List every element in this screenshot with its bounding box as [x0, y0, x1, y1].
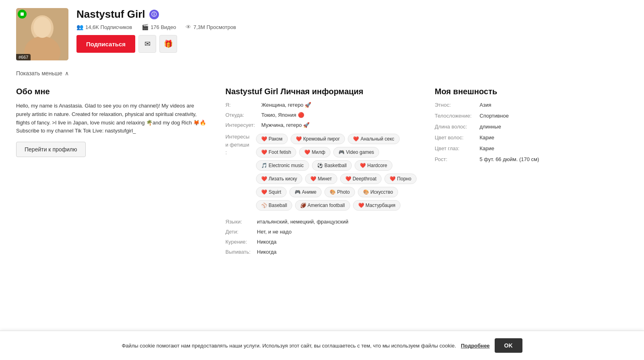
- interest-tag: ❤️ Кремовый пирог: [291, 134, 345, 144]
- extra-field-value: Нет, и не надо: [257, 229, 419, 235]
- interest-tag: ❤️ Лизать киску: [256, 174, 302, 184]
- show-less-toggle[interactable]: Показать меньше ∧: [0, 68, 644, 83]
- interest-tag: 🎨 Photo: [324, 187, 355, 197]
- svg-point-3: [33, 17, 51, 38]
- personal-field-value: Мужчина, гетеро 🚀: [261, 122, 419, 128]
- extra-field-value: Никогда: [257, 239, 419, 245]
- appearance-field-label: Цвет волос:: [435, 134, 472, 141]
- appearance-field-value: Карие: [480, 134, 628, 141]
- appearance-field-label: Этнос:: [435, 102, 472, 108]
- interest-tag: ❤️ Foot fetish: [256, 147, 296, 157]
- interest-tag: 🎮 Video games: [333, 147, 379, 157]
- appearance-field-value: Карие: [480, 145, 628, 151]
- about-text: Hello, my name is Anastasia. Glad to see…: [16, 102, 209, 135]
- show-less-label: Показать меньше: [16, 70, 62, 77]
- live-badge: [18, 10, 27, 19]
- views-value: 7,3М Просмотров: [193, 24, 236, 30]
- extra-field-label: Выпивать:: [225, 249, 250, 255]
- appearance-field-value: Спортивное: [480, 113, 628, 119]
- personal-field-label: Интересует:: [225, 122, 255, 128]
- interest-tag: ⚾ Baseball: [256, 200, 292, 211]
- interest-tag: 🎮 Аниме: [289, 187, 322, 197]
- personal-field-label: Я:: [225, 102, 255, 108]
- about-section: Обо мне Hello, my name is Anastasia. Gla…: [16, 87, 209, 211]
- interests-row: Интересыи фетиши : ❤️ Раком❤️ Кремовый п…: [225, 133, 419, 211]
- profile-name: Nastystuf Girl: [76, 8, 145, 21]
- verified-icon: ⓘ: [149, 10, 159, 19]
- gift-button[interactable]: 🎁: [159, 35, 177, 53]
- subscribers-stat: 👥 14,6K Подписчиков: [76, 24, 132, 30]
- appearance-field-value: длинные: [480, 124, 628, 130]
- interests-label: Интересыи фетиши :: [225, 133, 250, 157]
- appearance-field-label: Телосложение:: [435, 113, 472, 119]
- appearance-field-value: Азия: [480, 102, 628, 108]
- appearance-table: Этнос:АзияТелосложение:СпортивноеДлина в…: [435, 102, 628, 162]
- subscribe-button[interactable]: Подписаться: [76, 35, 135, 53]
- interest-tag: ❤️ Порно: [384, 174, 417, 184]
- tags-container: ❤️ Раком❤️ Кремовый пирог❤️ Анальный сек…: [256, 134, 419, 211]
- extra-field-value: итальянский, немецкий, французский: [257, 219, 419, 225]
- extra-field-label: Дети:: [225, 229, 250, 235]
- svg-rect-4: [21, 12, 24, 16]
- personal-info-table: Я:Женщина, гетеро 🚀Откуда:Токио, Япония …: [225, 102, 419, 128]
- personal-section: Nastystuf Girl Личная информация Я:Женщи…: [225, 87, 419, 211]
- avatar-wrap: #667: [16, 8, 68, 60]
- appearance-field-value: 5 фут. 66 дюйм. (170 см): [480, 156, 628, 162]
- interest-tag: 🏈 American football: [295, 200, 350, 211]
- about-title: Обо мне: [16, 87, 209, 96]
- personal-field-value: Женщина, гетеро 🚀: [261, 102, 419, 108]
- extra-field-value: Никогда: [257, 249, 419, 255]
- interest-tag: ❤️ Мастурбация: [353, 200, 401, 211]
- extra-grid: Языки:итальянский, немецкий, французский…: [16, 219, 628, 255]
- interest-tag: ❤️ Hardcore: [355, 160, 392, 171]
- subscribers-icon: 👥: [76, 24, 83, 30]
- rank-badge: #667: [16, 54, 31, 60]
- subscribers-value: 14,6K Подписчиков: [85, 24, 132, 30]
- interest-tag: 🎵 Electronic music: [256, 160, 309, 171]
- main-content: Обо мне Hello, my name is Anastasia. Gla…: [0, 83, 644, 219]
- videos-icon: 🎬: [142, 24, 149, 30]
- interest-tag: 🎨 Искусство: [358, 187, 398, 197]
- interest-tag: ❤️ Deepthroat: [340, 174, 382, 184]
- interest-tag: ❤️ Squirt: [256, 187, 287, 197]
- personal-field-value: Токио, Япония 🔴: [261, 112, 419, 118]
- extra-info-table: Языки:итальянский, немецкий, французский…: [225, 219, 419, 255]
- interest-tag: ❤️ Раком: [256, 134, 288, 144]
- interest-tag: ❤️ Минет: [305, 174, 337, 184]
- videos-value: 176 Видео: [151, 24, 176, 30]
- views-icon: 👁: [186, 24, 191, 30]
- appearance-field-label: Длина волос:: [435, 124, 472, 130]
- profile-stats: 👥 14,6K Подписчиков 🎬 176 Видео 👁 7,3М П…: [76, 24, 236, 30]
- extra-info-section: Языки:итальянский, немецкий, французский…: [0, 219, 644, 303]
- go-to-profile-button[interactable]: Перейти к профилю: [16, 142, 86, 157]
- message-button[interactable]: ✉: [138, 35, 156, 53]
- profile-info: Nastystuf Girl ⓘ 👥 14,6K Подписчиков 🎬 1…: [76, 8, 236, 53]
- appearance-field-label: Цвет глаз:: [435, 145, 472, 151]
- extra-field-label: Курение:: [225, 239, 250, 245]
- appearance-field-label: Рост:: [435, 156, 472, 162]
- profile-actions: Подписаться ✉ 🎁: [76, 35, 236, 53]
- videos-stat: 🎬 176 Видео: [142, 24, 176, 30]
- profile-name-row: Nastystuf Girl ⓘ: [76, 8, 236, 21]
- interest-tag: ⚽ Basketball: [312, 160, 352, 171]
- profile-header: #667 Nastystuf Girl ⓘ 👥 14,6K Подписчико…: [0, 0, 644, 68]
- appearance-title: Моя внешность: [435, 87, 628, 96]
- chevron-up-icon: ∧: [65, 70, 69, 77]
- extra-field-label: Языки:: [225, 219, 250, 225]
- interest-tag: ❤️ Анальный секс: [348, 134, 399, 144]
- personal-title: Nastystuf Girl Личная информация: [225, 87, 419, 96]
- personal-field-label: Откуда:: [225, 112, 255, 118]
- appearance-section: Моя внешность Этнос:АзияТелосложение:Спо…: [435, 87, 628, 211]
- views-stat: 👁 7,3М Просмотров: [186, 24, 236, 30]
- interest-tag: ❤️ Милф: [299, 147, 330, 157]
